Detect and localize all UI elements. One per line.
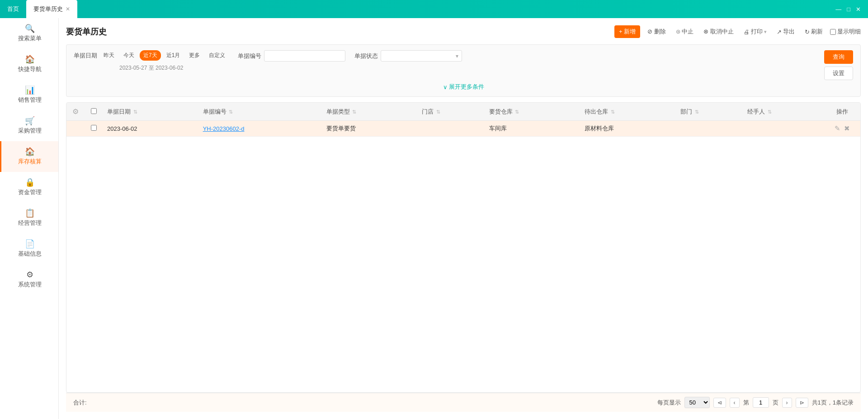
table-footer: 合计: 每页显示 50 20 100 ⊲ ‹ 第 页 › ⊳ 共1页，1条记录 xyxy=(66,393,861,412)
maximize-icon[interactable]: □ xyxy=(847,6,850,13)
top-bar: 首页 要货单历史 ✕ — □ ✕ xyxy=(0,0,868,18)
delete-button[interactable]: ⊘ 删除 xyxy=(645,26,669,38)
sidebar-item-ops-mgmt[interactable]: 📋 经营管理 xyxy=(0,203,58,233)
total-records: 共1页，1条记录 xyxy=(812,399,854,407)
prev-page-btn[interactable]: ‹ xyxy=(730,398,740,408)
export-button[interactable]: ↗ 导出 xyxy=(774,26,797,38)
page-title: 要货单历史 xyxy=(66,26,107,37)
select-all-checkbox[interactable] xyxy=(91,108,97,114)
next-page-btn[interactable]: › xyxy=(782,398,792,408)
row-doc-num: YH-20230602-d xyxy=(198,121,322,137)
sort-icon-pending-warehouse: ⇅ xyxy=(611,109,615,114)
date-btn-yesterday[interactable]: 昨天 xyxy=(100,50,118,61)
print-button[interactable]: 🖨 打印 ▾ xyxy=(741,26,769,38)
sidebar-item-purchase-mgmt[interactable]: 🛒 采购管理 xyxy=(0,110,58,141)
row-checkbox[interactable] xyxy=(91,125,97,131)
page-input[interactable] xyxy=(753,397,769,408)
row-delete-icon[interactable]: ✖ xyxy=(844,124,850,132)
date-btn-custom[interactable]: 自定义 xyxy=(205,50,229,61)
sidebar-item-finance-mgmt[interactable]: 🔒 资金管理 xyxy=(0,172,58,203)
main-layout: 🔍 搜索菜单 🏠 快捷导航 📊 销售管理 🛒 采购管理 🏠 库存核算 🔒 资金管… xyxy=(0,18,868,419)
row-req-warehouse: 车间库 xyxy=(485,121,580,137)
purchase-mgmt-icon: 🛒 xyxy=(25,117,35,125)
sidebar-item-sales-mgmt[interactable]: 📊 销售管理 xyxy=(0,80,58,110)
search-menu-icon: 🔍 xyxy=(25,24,35,33)
row-edit-icon[interactable]: ✎ xyxy=(835,124,840,132)
date-btn-1month[interactable]: 近1月 xyxy=(163,50,184,61)
stop-button[interactable]: ⊙ 中止 xyxy=(673,26,697,38)
sidebar-item-quick-nav[interactable]: 🏠 快捷导航 xyxy=(0,49,58,80)
per-page-select[interactable]: 50 20 100 xyxy=(684,397,710,408)
status-select-wrapper xyxy=(381,50,462,62)
sort-icon-doc-date: ⇅ xyxy=(133,109,137,114)
table-header-row: ⚙ 单据日期 ⇅ 单据编号 ⇅ xyxy=(66,103,860,121)
col-doc-num[interactable]: 单据编号 ⇅ xyxy=(198,103,322,121)
col-handler[interactable]: 经手人 ⇅ xyxy=(743,103,824,121)
show-detail-toggle[interactable]: 显示明细 xyxy=(830,28,861,36)
date-shortcuts: 昨天 今天 近7天 近1月 更多 自定义 xyxy=(100,50,229,61)
col-doc-type[interactable]: 单据类型 ⇅ xyxy=(322,103,418,121)
col-req-warehouse[interactable]: 要货仓库 ⇅ xyxy=(485,103,580,121)
finance-mgmt-icon: 🔒 xyxy=(25,178,35,186)
row-handler xyxy=(743,121,824,137)
tab-close-icon[interactable]: ✕ xyxy=(66,6,70,12)
row-store xyxy=(417,121,484,137)
col-store[interactable]: 门店 ⇅ xyxy=(417,103,484,121)
pagination: 每页显示 50 20 100 ⊲ ‹ 第 页 › ⊳ 共1页，1条记录 xyxy=(657,397,854,408)
page-suffix: 页 xyxy=(773,399,778,407)
row-doc-type: 要货单要货 xyxy=(322,121,418,137)
export-icon: ↗ xyxy=(777,29,782,35)
col-department[interactable]: 部门 ⇅ xyxy=(676,103,743,121)
query-button[interactable]: 查询 xyxy=(824,50,853,64)
tab-home[interactable]: 首页 xyxy=(0,0,26,18)
filter-settings-button[interactable]: 设置 xyxy=(824,67,853,80)
settings-gear-icon[interactable]: ⚙ xyxy=(72,108,79,115)
sales-mgmt-icon: 📊 xyxy=(25,86,35,94)
sidebar-item-inventory-calc[interactable]: 🏠 库存核算 xyxy=(0,141,58,172)
show-detail-checkbox[interactable] xyxy=(830,29,836,35)
expand-filter-icon: ∨ xyxy=(443,84,448,90)
status-filter-label: 单据状态 xyxy=(354,52,378,60)
doc-num-input[interactable] xyxy=(264,50,345,62)
filter-main-row: 单据日期 昨天 今天 近7天 近1月 更多 自定义 2023-05-27 至 2… xyxy=(74,50,853,80)
sort-icon-department: ⇅ xyxy=(695,109,699,114)
content-area: 要货单历史 + 新增 ⊘ 删除 ⊙ 中止 ⊗ 取消中止 🖨 打印 ▾ ↗ 导出 … xyxy=(59,18,868,419)
date-filter-group: 单据日期 昨天 今天 近7天 近1月 更多 自定义 2023-05-27 至 2… xyxy=(74,50,229,72)
add-button[interactable]: + 新增 xyxy=(614,25,640,38)
page-header: 要货单历史 + 新增 ⊘ 删除 ⊙ 中止 ⊗ 取消中止 🖨 打印 ▾ ↗ 导出 … xyxy=(66,25,861,38)
doc-num-filter-group: 单据编号 xyxy=(238,50,345,62)
col-doc-date[interactable]: 单据日期 ⇅ xyxy=(103,103,198,121)
refresh-button[interactable]: ↻ 刷新 xyxy=(802,26,826,38)
first-page-btn[interactable]: ⊲ xyxy=(713,398,726,408)
row-checkbox-cell xyxy=(85,121,103,137)
close-icon[interactable]: ✕ xyxy=(856,6,861,13)
sidebar-item-sys-mgmt[interactable]: ⚙ 系统管理 xyxy=(0,264,58,295)
tab-requisition-history[interactable]: 要货单历史 ✕ xyxy=(26,0,77,18)
status-select[interactable] xyxy=(381,50,462,62)
status-filter-group: 单据状态 xyxy=(354,50,462,62)
row-department xyxy=(676,121,743,137)
last-page-btn[interactable]: ⊳ xyxy=(796,398,808,408)
date-btn-more[interactable]: 更多 xyxy=(185,50,203,61)
doc-num-link[interactable]: YH-20230602-d xyxy=(203,125,245,132)
date-btn-today[interactable]: 今天 xyxy=(120,50,138,61)
minimize-icon[interactable]: — xyxy=(835,6,841,13)
sidebar-item-search-menu[interactable]: 🔍 搜索菜单 xyxy=(0,18,58,49)
col-checkbox xyxy=(85,103,103,121)
sort-icon-doc-num: ⇅ xyxy=(229,109,233,114)
expand-filter-btn[interactable]: ∨ 展开更多条件 xyxy=(74,83,853,91)
print-dropdown-icon: ▾ xyxy=(764,29,767,35)
cancel-stop-button[interactable]: ⊗ 取消中止 xyxy=(701,26,736,38)
data-table: ⚙ 单据日期 ⇅ 单据编号 ⇅ xyxy=(66,103,860,137)
col-settings[interactable]: ⚙ xyxy=(66,103,85,121)
refresh-icon: ↻ xyxy=(805,29,810,35)
inventory-calc-icon: 🏠 xyxy=(25,148,35,156)
sidebar-item-basic-info[interactable]: 📄 基础信息 xyxy=(0,233,58,264)
row-doc-date: 2023-06-02 xyxy=(103,121,198,137)
sort-icon-req-warehouse: ⇅ xyxy=(515,109,519,114)
col-pending-warehouse[interactable]: 待出仓库 ⇅ xyxy=(580,103,676,121)
date-filter-label: 单据日期 xyxy=(74,52,97,60)
date-btn-7days[interactable]: 近7天 xyxy=(140,50,161,61)
page-label: 第 xyxy=(743,399,749,407)
filter-area: 单据日期 昨天 今天 近7天 近1月 更多 自定义 2023-05-27 至 2… xyxy=(66,44,861,97)
